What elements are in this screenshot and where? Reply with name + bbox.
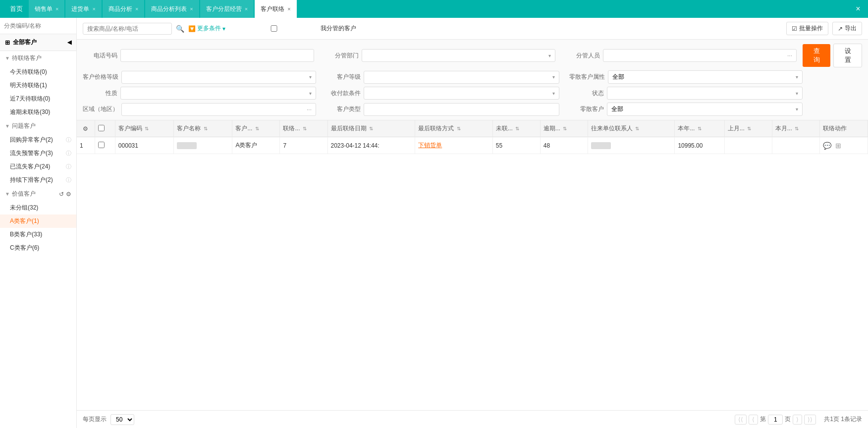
nav-tab-sales[interactable]: 销售单 × [29, 0, 64, 18]
my-customers-filter[interactable]: 我分管的客户 [229, 24, 356, 33]
sidebar-group-problem[interactable]: ▼ 问题客户 [0, 119, 76, 133]
sidebar-group-pending[interactable]: ▼ 待联络客户 [0, 51, 76, 65]
person-select[interactable]: ··· [603, 49, 797, 62]
nav-tab-customer-contact[interactable]: 客户联络 × [255, 0, 296, 18]
th-overdue-label: 逾期... [543, 125, 560, 132]
sidebar-item-unclassified[interactable]: 未分组(32) [0, 201, 76, 214]
sidebar-item-churned[interactable]: 已流失客户(24) ⓘ [0, 160, 76, 173]
last-method-link[interactable]: 下销货单 [418, 142, 442, 149]
page-label: 第 [760, 415, 766, 424]
row-checkbox[interactable] [98, 142, 105, 148]
sidebar-group-pending-label: 待联络客户 [12, 54, 42, 62]
sidebar-item-today[interactable]: 今天待联络(0) [0, 65, 76, 79]
query-button[interactable]: 查询 [803, 44, 830, 67]
sidebar-item-c-class[interactable]: C类客户(6) [0, 241, 76, 255]
sidebar-item-b-class[interactable]: B类客户(33) [0, 228, 76, 241]
customer-level-select[interactable]: ▾ [364, 71, 559, 84]
search-input[interactable] [83, 23, 172, 35]
col-sort-last-method[interactable]: ⇅ [457, 126, 461, 131]
sparse-label: 零散客户 [569, 105, 604, 113]
sidebar-item-churn-warning[interactable]: 流失预警客户(3) ⓘ [0, 147, 76, 160]
nav-tab-sales-close[interactable]: × [55, 6, 58, 12]
app-close-button[interactable]: × [852, 3, 864, 15]
next-page-button[interactable]: ⟩ [793, 415, 802, 425]
payment-label: 收付款条件 [326, 89, 361, 98]
col-sort-last-month[interactable]: ⇅ [747, 126, 751, 131]
th-settings[interactable]: ⚙ [77, 120, 95, 137]
main-layout: 🔍 ⊞ 全部客户 ◀ ▼ 待联络客户 今天待联络(0) 明天待联络(1) 近7天… [0, 18, 868, 428]
total-records-label: 共1页 1条记录 [824, 415, 862, 424]
batch-operations-button[interactable]: ☑ 批量操作 [786, 22, 828, 35]
payment-select[interactable]: ▾ [364, 87, 559, 100]
sidebar-item-b-class-label: B类客户(33) [10, 230, 42, 239]
nav-tab-analysis-list[interactable]: 商品分析列表 × [145, 0, 199, 18]
prev-page-button[interactable]: ⟨ [749, 415, 758, 425]
nav-tab-purchase[interactable]: 进货单 × [65, 0, 101, 18]
nav-tab-analysis[interactable]: 商品分析 × [103, 0, 144, 18]
price-level-select[interactable]: ▾ [121, 71, 316, 84]
page-number-input[interactable] [768, 415, 783, 425]
col-sort-name[interactable]: ⇅ [204, 126, 208, 131]
td-contact-count: 7 [280, 137, 327, 154]
sparse-select[interactable]: 全部 ▾ [607, 103, 803, 116]
customer-type-select[interactable] [364, 103, 559, 116]
info-icon: ⓘ [66, 136, 71, 144]
select-all-checkbox[interactable] [98, 125, 105, 131]
sidebar-item-declining[interactable]: 持续下滑客户(2) ⓘ [0, 173, 76, 187]
sparse-attr-select[interactable]: 全部 ▾ [608, 70, 803, 84]
refresh-icon[interactable]: ↺ [59, 191, 64, 198]
nav-tab-customer-tier[interactable]: 客户分层经营 × [200, 0, 254, 18]
name-masked [177, 142, 197, 149]
nav-tab-customer-contact-close[interactable]: × [287, 6, 290, 12]
col-sort-type[interactable]: ⇅ [255, 126, 259, 131]
nav-tab-analysis-close[interactable]: × [135, 6, 138, 12]
phone-input[interactable] [120, 49, 314, 62]
nav-tab-purchase-close[interactable]: × [92, 6, 95, 12]
nav-tab-analysis-list-close[interactable]: × [190, 6, 193, 12]
sidebar-item-repurchase-abnormal[interactable]: 回购异常客户(2) ⓘ [0, 133, 76, 147]
nav-tab-analysis-list-label: 商品分析列表 [151, 5, 187, 13]
filter-search-icon[interactable]: 🔍 [176, 25, 184, 33]
col-sort-this-year[interactable]: ⇅ [698, 126, 702, 131]
col-sort-company-contact[interactable]: ⇅ [635, 126, 639, 131]
page-size-select[interactable]: 50 [110, 414, 134, 425]
first-page-button[interactable]: ⟨⟨ [735, 415, 747, 425]
sidebar-all-customers[interactable]: ⊞ 全部客户 ◀ [0, 34, 76, 51]
sidebar-item-7days[interactable]: 近7天待联络(0) [0, 92, 76, 106]
chat-icon[interactable]: 💬 [823, 142, 831, 150]
status-select[interactable]: ▾ [607, 87, 803, 100]
col-sort-contact[interactable]: ⇅ [303, 126, 307, 131]
col-sort-this-month[interactable]: ⇅ [795, 126, 799, 131]
sidebar-item-a-class[interactable]: A类客户(1) [0, 214, 76, 228]
col-sort-no-contact[interactable]: ⇅ [515, 126, 519, 131]
more-conditions-button[interactable]: 🔽 更多条件 ▾ [188, 24, 225, 33]
sidebar-group-value[interactable]: ▼ 价值客户 ↺ ⚙ [0, 187, 76, 201]
settings-icon[interactable]: ⚙ [66, 191, 71, 198]
nature-caret: ▾ [309, 91, 312, 96]
sidebar-item-tomorrow[interactable]: 明天待联络(1) [0, 79, 76, 92]
my-customers-checkbox[interactable] [229, 25, 319, 32]
table-container: ⚙ 客户编码 ⇅ 客户名称 ⇅ 客户... [77, 120, 868, 410]
nav-home[interactable]: 首页 [4, 0, 29, 18]
sidebar-search-input[interactable] [4, 22, 77, 29]
customer-level-caret: ▾ [552, 74, 555, 80]
grid-icon: ⊞ [5, 39, 10, 46]
export-button[interactable]: ↗ 导出 [832, 22, 862, 35]
nav-tab-customer-tier-close[interactable]: × [245, 6, 248, 12]
region-select[interactable]: ··· [121, 103, 316, 116]
sidebar-collapse-icon[interactable]: ◀ [67, 39, 71, 46]
col-sort-overdue[interactable]: ⇅ [563, 126, 567, 131]
grid-action-icon[interactable]: ⊞ [835, 142, 841, 150]
col-sort-last-date[interactable]: ⇅ [369, 126, 373, 131]
settings-button[interactable]: 设置 [833, 44, 862, 67]
more-conditions-label: 更多条件 [197, 24, 221, 33]
col-sort-code[interactable]: ⇅ [145, 126, 149, 131]
table-row: 1 000031 A类客户 7 2023-04-12 14:44: 下销货单 [77, 137, 868, 154]
dept-select[interactable]: ▾ [362, 49, 555, 62]
sidebar-item-repurchase-label: 回购异常客户(2) [10, 136, 53, 144]
last-page-button[interactable]: ⟩⟩ [804, 415, 816, 425]
sidebar-item-overdue[interactable]: 逾期未联络(30) [0, 106, 76, 119]
nav-tab-customer-contact-label: 客户联络 [261, 5, 284, 13]
nature-select[interactable]: ▾ [120, 87, 316, 100]
td-company-contact [588, 137, 675, 154]
